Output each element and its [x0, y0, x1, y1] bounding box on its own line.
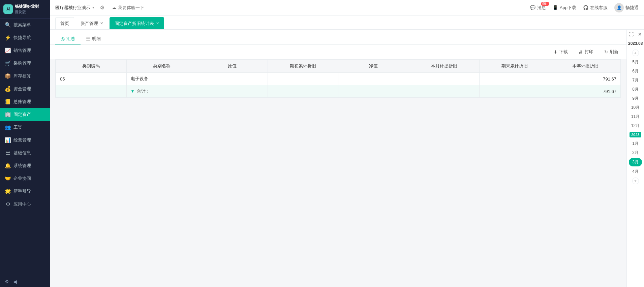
sidebar-item-sales[interactable]: 📈 销售管理 — [0, 44, 50, 57]
company-selector[interactable]: 医疗器械行业演示 ▾ — [55, 5, 94, 11]
collapse-button[interactable]: ◀ — [13, 279, 17, 284]
col-original-value: 原值 — [197, 60, 268, 73]
print-button[interactable]: 🖨 打印 — [576, 47, 596, 56]
panel-nav-up[interactable]: ▲ — [632, 50, 639, 56]
download-button[interactable]: ⬇ 下载 — [551, 47, 571, 56]
depreciation-table: 类别编码 类别名称 原值 期初累计折旧 净值 本月计提折旧 期末累计折旧 本年计… — [56, 59, 621, 98]
sidebar-item-inventory[interactable]: 📦 库存核算 — [0, 70, 50, 83]
tab-home[interactable]: 首页 — [55, 17, 74, 29]
sidebar-label-sales: 销售管理 — [13, 47, 31, 54]
month-9[interactable]: 9月 — [627, 94, 644, 103]
row-monthly-dep — [409, 73, 480, 85]
tab-asset-mgmt-close-icon[interactable]: ✕ — [100, 21, 103, 26]
sidebar-label-ledger: 总账管理 — [13, 99, 31, 105]
row-name: 电子设备 — [126, 73, 197, 85]
app-title: 畅捷通好业财 — [15, 4, 39, 9]
refresh-icon: ↻ — [604, 50, 608, 55]
panel-close-icon[interactable]: ✕ — [638, 32, 642, 37]
year-badge: 2023 — [630, 132, 641, 137]
month-7[interactable]: 7月 — [627, 76, 644, 85]
topbar-right: 💬 消息 99+ 📱 App下载 🎧 在线客服 👤 畅捷通 — [530, 3, 639, 12]
sidebar-item-app-center[interactable]: ⚙ 应用中心 — [0, 198, 50, 211]
sidebar-label-fixed-assets: 固定资产 — [13, 111, 31, 118]
month-11[interactable]: 11月 — [627, 112, 644, 121]
month-4[interactable]: 4月 — [627, 167, 644, 176]
settings-gear-icon[interactable]: ⚙ — [100, 4, 104, 11]
finance-icon: 💰 — [5, 86, 11, 92]
sales-icon: 📈 — [5, 47, 11, 54]
sidebar-item-operations[interactable]: 📊 经营管理 — [0, 134, 50, 147]
panel-nav-down[interactable]: ▼ — [632, 178, 639, 184]
row-net-value — [338, 73, 409, 85]
print-label: 打印 — [585, 49, 593, 55]
sidebar-item-finance[interactable]: 💰 资金管理 — [0, 83, 50, 95]
sidebar-item-payroll[interactable]: 👥 工资 — [0, 121, 50, 134]
tab-depreciation-table[interactable]: 固定资产折旧统计表 ✕ — [110, 17, 164, 29]
month-list: 5月 6月 7月 8月 9月 10月 11月 12月 2023 1月 2月 3月… — [627, 58, 644, 176]
toolbar: ⬇ 下载 🖨 打印 ↻ 刷新 — [50, 45, 626, 59]
sidebar-label-search: 搜索菜单 — [13, 22, 31, 28]
avatar: 👤 — [614, 3, 624, 12]
sidebar-item-system[interactable]: 🔔 系统管理 — [0, 159, 50, 172]
download-icon: ⬇ — [554, 50, 557, 55]
month-5[interactable]: 5月 — [627, 58, 644, 67]
summary-icon: ◎ — [61, 36, 65, 41]
sidebar-item-basic-info[interactable]: 🗃 基础信息 — [0, 147, 50, 159]
message-icon: 💬 — [530, 5, 535, 10]
month-1[interactable]: 1月 — [627, 139, 644, 148]
sidebar-label-app-center: 应用中心 — [13, 201, 31, 207]
sub-tab-detail[interactable]: ☰ 明细 — [81, 34, 106, 44]
refresh-button[interactable]: ↻ 刷新 — [602, 47, 621, 56]
app-download-button[interactable]: 📱 App下载 — [553, 5, 576, 11]
sidebar-item-cooperation[interactable]: 🤝 企业协同 — [0, 172, 50, 185]
sidebar-scroll: 🔍 搜索菜单 ⚡ 快捷导航 📈 销售管理 🛒 采购管理 📦 库存核算 💰 资金管… — [0, 19, 50, 276]
table-subtotal-row: ▼ 合计： 791.67 — [56, 85, 621, 98]
sidebar-item-guide[interactable]: 🌟 新手引导 — [0, 185, 50, 198]
cooperation-icon: 🤝 — [5, 176, 11, 182]
table-area: 类别编码 类别名称 原值 期初累计折旧 净值 本月计提折旧 期末累计折旧 本年计… — [50, 59, 626, 287]
sidebar-item-search[interactable]: 🔍 搜索菜单 — [0, 19, 50, 31]
sub-tab-summary[interactable]: ◎ 汇总 — [55, 34, 81, 44]
company-chevron-icon: ▾ — [92, 5, 94, 10]
user-name: 畅捷通 — [625, 5, 639, 11]
sidebar-label-operations: 经营管理 — [13, 137, 31, 143]
sidebar-item-purchase[interactable]: 🛒 采购管理 — [0, 57, 50, 70]
sidebar-item-fixed-assets[interactable]: 🏢 固定资产 — [0, 108, 50, 121]
inventory-icon: 📦 — [5, 73, 11, 79]
sidebar-logo: 财 畅捷通好业财 普及版 — [0, 0, 50, 19]
col-beginning-dep: 期初累计折旧 — [268, 60, 338, 73]
col-name: 类别名称 — [126, 60, 197, 73]
user-avatar[interactable]: 👤 畅捷通 — [614, 3, 639, 12]
sidebar-item-ledger[interactable]: 📒 总账管理 — [0, 95, 50, 108]
subtotal-empty1 — [56, 85, 127, 98]
print-icon: 🖨 — [579, 50, 583, 55]
experience-button[interactable]: ☁ 我要体验一下 — [109, 3, 148, 12]
customer-service-button[interactable]: 🎧 在线客服 — [583, 5, 608, 11]
main: 医疗器械行业演示 ▾ ⚙ ☁ 我要体验一下 💬 消息 99+ 📱 App下载 🎧… — [50, 0, 644, 287]
tab-asset-mgmt[interactable]: 资产管理 ✕ — [75, 17, 108, 29]
message-button[interactable]: 💬 消息 99+ — [530, 5, 546, 11]
sidebar-label-purchase: 采购管理 — [13, 60, 31, 66]
download-label: 下载 — [559, 49, 568, 55]
payroll-icon: 👥 — [5, 124, 11, 130]
system-icon: 🔔 — [5, 163, 11, 169]
settings-button[interactable]: ⚙ — [5, 279, 9, 284]
tab-depreciation-close-icon[interactable]: ✕ — [156, 21, 159, 26]
guide-icon: 🌟 — [5, 188, 11, 194]
month-2[interactable]: 2月 — [627, 148, 644, 157]
month-8[interactable]: 8月 — [627, 85, 644, 94]
sidebar-footer: ⚙ ◀ — [0, 276, 50, 287]
panel-expand-icon[interactable]: ⛶ — [629, 32, 634, 37]
col-monthly-dep: 本月计提折旧 — [409, 60, 480, 73]
sidebar-label-inventory: 库存核算 — [13, 73, 31, 79]
table-row: 05 电子设备 791.67 — [56, 73, 621, 85]
row-ending-dep — [480, 73, 550, 85]
row-code: 05 — [56, 73, 127, 85]
tab-home-label: 首页 — [60, 21, 69, 27]
month-12[interactable]: 12月 — [627, 121, 644, 130]
month-3-current[interactable]: 3月 — [629, 158, 642, 166]
quick-nav-icon: ⚡ — [5, 35, 11, 41]
sidebar-item-quick-nav[interactable]: ⚡ 快捷导航 — [0, 31, 50, 44]
month-10[interactable]: 10月 — [627, 103, 644, 112]
month-6[interactable]: 6月 — [627, 67, 644, 76]
